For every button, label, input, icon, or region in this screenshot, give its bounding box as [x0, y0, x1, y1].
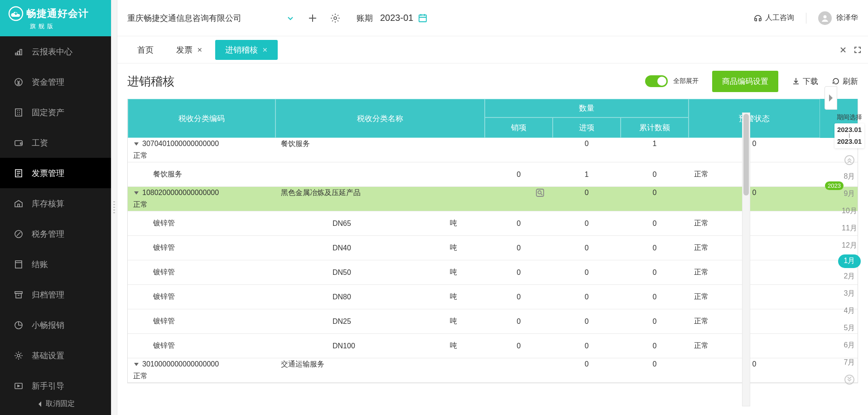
sidebar-item-label: 资金管理 [32, 77, 64, 88]
cell-sales: 0 [485, 269, 553, 277]
cell-sales: 0 [485, 171, 553, 179]
rail-range[interactable]: 2023.01 | 2023.01 [834, 123, 864, 148]
cell-sales: 0 [485, 220, 553, 228]
period-value[interactable]: 2023-01 [380, 13, 413, 23]
cell-code: 3070401000000000000 [142, 140, 219, 148]
consult-button[interactable]: 人工咨询 [753, 13, 794, 23]
caret-down-icon[interactable] [134, 363, 139, 366]
cell-spec: DN100 [327, 342, 422, 350]
rail-month-4月[interactable]: 4月 [838, 303, 861, 320]
cell-alert: 正常 [689, 341, 820, 351]
cell-sales: 0 [485, 244, 553, 252]
refresh-button[interactable]: 刷新 [832, 76, 858, 87]
unpin-button[interactable]: 取消固定 [0, 393, 111, 415]
rail-month-1月[interactable]: 1月 [838, 254, 861, 268]
download-button[interactable]: 下载 [792, 76, 818, 87]
rail-month-2月[interactable]: 2月 [838, 268, 861, 285]
cell-code: 3010000000000000000 [142, 360, 219, 368]
sidebar-item-10[interactable]: 基础设置 [0, 340, 111, 371]
logo-edition: 旗舰版 [30, 22, 111, 30]
cell-alert: 正常 [128, 371, 275, 381]
cell-sales: 0 [485, 293, 553, 301]
rail-month-12月[interactable]: 12月 [838, 237, 861, 254]
sidebar-item-0[interactable]: 云报表中心 [0, 36, 111, 67]
cell-spec: DN40 [327, 244, 422, 252]
topbar: 重庆畅捷交通信息咨询有限公司 账期 2023-01 人工咨询 [117, 0, 868, 36]
money-icon [14, 77, 24, 87]
caret-down-icon[interactable] [134, 142, 139, 146]
sidebar-item-6[interactable]: 税务管理 [0, 219, 111, 249]
rail-month-7月[interactable]: 7月 [838, 354, 861, 371]
period-label: 账期 [357, 13, 373, 24]
cloud-logo-icon [8, 6, 24, 21]
cell-item: 镀锌管 [128, 268, 327, 277]
cell-sales: 0 [553, 360, 621, 368]
sidebar-item-2[interactable]: 固定资产 [0, 97, 111, 127]
cell-name: 交通运输服务 [281, 360, 324, 369]
rail-month-10月[interactable]: 10月 [838, 203, 861, 220]
divider [806, 13, 806, 24]
fullscreen-icon[interactable] [854, 46, 862, 54]
cell-unit: 吨 [422, 292, 485, 302]
rail-scroll-down[interactable] [844, 374, 855, 385]
tab-close-icon[interactable]: ✕ [262, 46, 268, 54]
tab-2[interactable]: 进销稽核✕ [215, 40, 278, 60]
calendar-icon[interactable] [418, 13, 428, 23]
user-menu[interactable]: 徐泽华 [818, 11, 858, 25]
close-all-icon[interactable] [839, 46, 847, 54]
rail-scroll-up[interactable] [844, 155, 855, 166]
cell-spec: DN50 [327, 269, 422, 277]
cell-cum: 0 [621, 317, 689, 326]
chevron-down-icon[interactable] [286, 14, 295, 23]
th-code: 税收分类编码 [128, 99, 275, 138]
wallet-icon [14, 138, 24, 148]
sidebar-item-11[interactable]: 新手引导 [0, 371, 111, 393]
caret-down-icon[interactable] [134, 191, 139, 195]
sidebar-item-3[interactable]: 工资 [0, 127, 111, 158]
search-icon[interactable] [535, 188, 545, 197]
expand-all-toggle[interactable] [645, 75, 668, 87]
add-icon[interactable] [308, 13, 318, 23]
rail-month-11月[interactable]: 11月 [838, 220, 861, 237]
cell-alert: 正常 [128, 151, 275, 161]
svg-rect-8 [16, 293, 21, 298]
cell-unit: 吨 [422, 268, 485, 277]
avatar-icon [818, 11, 832, 25]
cell-code: 1080200000000000000 [142, 189, 219, 197]
guide-icon [14, 381, 24, 391]
rail-collapse-button[interactable] [825, 86, 837, 110]
company-selector[interactable]: 重庆畅捷交通信息咨询有限公司 [127, 13, 241, 24]
th-alert: 预警状态 [689, 99, 820, 138]
sidebar-item-1[interactable]: 资金管理 [0, 67, 111, 97]
svg-point-17 [538, 191, 541, 194]
gear-icon[interactable] [330, 13, 340, 23]
sidebar-item-7[interactable]: 结账 [0, 249, 111, 279]
cell-spec: DN80 [327, 293, 422, 301]
rail-month-5月[interactable]: 5月 [838, 320, 861, 337]
sidebar-item-4[interactable]: 发票管理 [0, 158, 111, 188]
cell-item: 镀锌管 [128, 219, 327, 228]
cell-item: 镀锌管 [128, 317, 327, 326]
tab-1[interactable]: 发票✕ [166, 40, 212, 60]
page-title: 进销稽核 [127, 73, 174, 89]
sidebar-item-label: 发票管理 [32, 168, 64, 179]
sidebar-resize-handle[interactable] [111, 0, 117, 415]
sidebar-item-8[interactable]: 归档管理 [0, 279, 111, 310]
pin-left-icon [37, 400, 44, 408]
rail-month-3月[interactable]: 3月 [838, 285, 861, 303]
cell-purchase: 1 [553, 171, 621, 179]
year-badge: 2023 [825, 181, 844, 190]
sidebar-item-5[interactable]: 库存核算 [0, 188, 111, 219]
cell-cum: 0 [621, 293, 689, 301]
table-scrollbar[interactable] [742, 112, 750, 406]
tab-0[interactable]: 首页 [127, 40, 164, 60]
stock-icon [14, 199, 24, 209]
cell-spec: DN65 [327, 220, 422, 228]
svg-point-10 [17, 354, 20, 357]
rail-month-6月[interactable]: 6月 [838, 337, 861, 354]
svg-rect-16 [536, 189, 544, 196]
sidebar-item-9[interactable]: 小畅报销 [0, 310, 111, 340]
sidebar: 畅捷通好会计 旗舰版 云报表中心资金管理固定资产工资发票管理库存核算税务管理结账… [0, 0, 111, 415]
tab-close-icon[interactable]: ✕ [197, 46, 203, 54]
product-code-settings-button[interactable]: 商品编码设置 [712, 71, 778, 92]
